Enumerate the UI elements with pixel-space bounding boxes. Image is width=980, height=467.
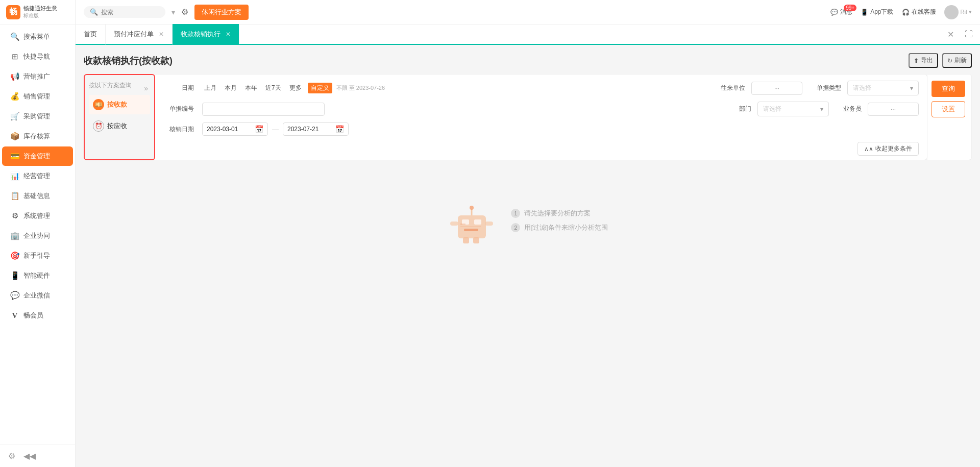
settings-footer-icon[interactable]: ⚙ bbox=[8, 451, 15, 461]
calendar-start-icon[interactable]: 📅 bbox=[255, 125, 263, 133]
salesperson-label: 业务员 bbox=[843, 105, 862, 113]
online-service-item[interactable]: 🎧 在线客服 bbox=[902, 8, 936, 16]
receipt-option-icon: 💴 bbox=[93, 99, 104, 110]
date-custom[interactable]: 自定义 bbox=[308, 83, 332, 93]
sidebar-item-hardware[interactable]: 📱 智能硬件 bbox=[2, 266, 73, 285]
close-tab-icon[interactable]: ✕ bbox=[943, 27, 958, 41]
date-this-month[interactable]: 本月 bbox=[223, 83, 239, 93]
collapse-more-button[interactable]: ∧∧ 收起更多条件 bbox=[857, 142, 919, 156]
tab-receipt-close[interactable]: ✕ bbox=[226, 31, 231, 38]
salesperson-input[interactable]: ··· bbox=[868, 103, 919, 116]
refresh-button[interactable]: ↻ 刷新 bbox=[942, 53, 972, 68]
svg-point-5 bbox=[470, 206, 474, 210]
sidebar-item-wechat[interactable]: 💬 企业微信 bbox=[2, 286, 73, 305]
app-name: 畅捷通好生意 bbox=[23, 5, 57, 12]
collapse-sidebar-icon[interactable]: ◀◀ bbox=[23, 451, 36, 461]
guide-icon: 🎯 bbox=[10, 251, 19, 260]
calendar-end-icon[interactable]: 📅 bbox=[335, 125, 344, 133]
filter-collapse-icon[interactable]: » bbox=[142, 82, 150, 94]
tab-bar-actions: ✕ ⛶ bbox=[943, 27, 980, 41]
svg-rect-2 bbox=[474, 219, 481, 225]
phone-icon: 📱 bbox=[861, 9, 868, 16]
sidebar-item-marketing[interactable]: 📢 营销推广 bbox=[2, 67, 73, 86]
date-last-month[interactable]: 上月 bbox=[202, 83, 218, 93]
svg-rect-3 bbox=[464, 229, 478, 231]
verify-date-range: 2023-03-01 📅 — 2023-07-21 📅 bbox=[202, 122, 349, 136]
refresh-icon: ↻ bbox=[947, 57, 952, 64]
filter-option-by-receipt[interactable]: 💴 按收款 bbox=[89, 95, 150, 114]
svg-rect-6 bbox=[450, 222, 458, 226]
topbar-settings-icon[interactable]: ⚙ bbox=[181, 7, 188, 17]
tab-prepay-close[interactable]: ✕ bbox=[159, 31, 164, 38]
sidebar-item-inventory[interactable]: 📦 库存核算 bbox=[2, 127, 73, 146]
finance-icon: 💳 bbox=[10, 152, 19, 161]
sidebar-item-member[interactable]: V 畅会员 bbox=[2, 306, 73, 325]
select-arrow-icon: ▾ bbox=[910, 85, 913, 92]
doc-number-label: 单据编号 bbox=[163, 105, 194, 113]
filter-row-2: 单据编号 部门 请选择 ▾ 业务员 ··· bbox=[163, 102, 919, 116]
topbar-dropdown-icon[interactable]: ▾ bbox=[172, 8, 175, 16]
counterparty-input[interactable]: ··· bbox=[751, 82, 802, 95]
system-icon: ⚙ bbox=[10, 211, 19, 220]
verify-date-start-wrap[interactable]: 2023-03-01 📅 bbox=[202, 122, 268, 136]
settings-button[interactable]: 设置 bbox=[932, 101, 965, 117]
user-avatar[interactable]: Rit ▾ bbox=[944, 5, 972, 19]
enterprise-icon: 🏢 bbox=[10, 231, 19, 240]
headset-icon: 🎧 bbox=[902, 9, 910, 16]
search-input[interactable] bbox=[101, 9, 157, 16]
fullscreen-icon[interactable]: ⛶ bbox=[962, 27, 976, 41]
date-dash: — bbox=[272, 126, 279, 133]
date-more[interactable]: 更多 bbox=[287, 83, 304, 93]
tab-home[interactable]: 首页 bbox=[76, 24, 106, 44]
sales-icon: 💰 bbox=[10, 92, 19, 101]
sidebar-item-purchase[interactable]: 🛒 采购管理 bbox=[2, 107, 73, 126]
doc-number-input[interactable] bbox=[202, 103, 325, 116]
sidebar-item-sales[interactable]: 💰 销售管理 bbox=[2, 87, 73, 106]
step-1-num: 1 bbox=[511, 209, 520, 218]
message-item[interactable]: 💬 消息 99+ bbox=[830, 8, 852, 16]
message-icon: 💬 bbox=[830, 9, 838, 16]
verify-date-label: 核销日期 bbox=[163, 125, 194, 134]
app-download-item[interactable]: 📱 App下载 bbox=[861, 8, 893, 16]
topbar-search[interactable]: 🔍 bbox=[84, 6, 165, 18]
verify-date-end-wrap[interactable]: 2023-07-21 📅 bbox=[283, 122, 349, 136]
app-logo: 畅 畅捷通好生意 标准版 bbox=[0, 0, 75, 24]
export-icon: ⬆ bbox=[914, 57, 919, 64]
sidebar-item-enterprise[interactable]: 🏢 企业协同 bbox=[2, 226, 73, 245]
hardware-icon: 📱 bbox=[10, 271, 19, 280]
main-area: 🔍 ▾ ⚙ 休闲行业方案 💬 消息 99+ 📱 App下载 🎧 在线客服 Rit… bbox=[76, 0, 980, 467]
export-button[interactable]: ⬆ 导出 bbox=[909, 53, 938, 68]
sidebar-item-search[interactable]: 🔍 搜索菜单 bbox=[2, 27, 73, 46]
tab-bar: 首页 预付冲应付单 ✕ 收款核销执行 ✕ ✕ ⛶ bbox=[76, 24, 980, 45]
tab-receipt[interactable]: 收款核销执行 ✕ bbox=[173, 24, 239, 44]
business-icon: 📊 bbox=[10, 171, 19, 181]
sidebar-item-guide[interactable]: 🎯 新手引导 bbox=[2, 246, 73, 265]
avatar-image bbox=[944, 5, 959, 19]
empty-icon bbox=[448, 195, 499, 246]
sidebar-item-system[interactable]: ⚙ 系统管理 bbox=[2, 206, 73, 226]
sidebar: 畅 畅捷通好生意 标准版 🔍 搜索菜单 ⊞ 快捷导航 📢 营销推广 💰 销售管理… bbox=[0, 0, 76, 467]
verify-date-end-input[interactable]: 2023-07-21 bbox=[287, 126, 333, 133]
filter-option-by-receivable[interactable]: ⏰ 按应收 bbox=[89, 116, 150, 136]
svg-rect-7 bbox=[485, 222, 493, 226]
page-content: 收款核销执行(按收款) ⬆ 导出 ↻ 刷新 按以下方案查询 » bbox=[76, 45, 980, 467]
svg-rect-8 bbox=[463, 237, 469, 243]
solution-button[interactable]: 休闲行业方案 bbox=[194, 5, 249, 20]
department-select[interactable]: 请选择 ▾ bbox=[757, 102, 829, 116]
sidebar-item-finance[interactable]: 💳 资金管理 bbox=[2, 146, 73, 166]
doc-type-label: 单据类型 bbox=[817, 84, 841, 92]
sidebar-item-business[interactable]: 📊 经营管理 bbox=[2, 166, 73, 186]
doc-type-select[interactable]: 请选择 ▾ bbox=[847, 81, 919, 95]
chevron-up-icon: ∧∧ bbox=[864, 145, 873, 153]
tab-prepay[interactable]: 预付冲应付单 ✕ bbox=[106, 24, 173, 44]
verify-date-start-input[interactable]: 2023-03-01 bbox=[207, 126, 253, 133]
date-7days[interactable]: 近7天 bbox=[263, 83, 283, 93]
logo-icon: 畅 bbox=[6, 5, 20, 19]
sidebar-item-quick-nav[interactable]: ⊞ 快捷导航 bbox=[2, 47, 73, 66]
date-this-year[interactable]: 本年 bbox=[243, 83, 259, 93]
filter-sidebar: 按以下方案查询 » 💴 按收款 ⏰ 按应收 bbox=[84, 74, 155, 160]
sidebar-item-basic-info[interactable]: 📋 基础信息 bbox=[2, 186, 73, 206]
dept-select-arrow-icon: ▾ bbox=[820, 106, 823, 113]
query-button[interactable]: 查询 bbox=[932, 81, 965, 97]
grid-icon: ⊞ bbox=[10, 52, 19, 61]
